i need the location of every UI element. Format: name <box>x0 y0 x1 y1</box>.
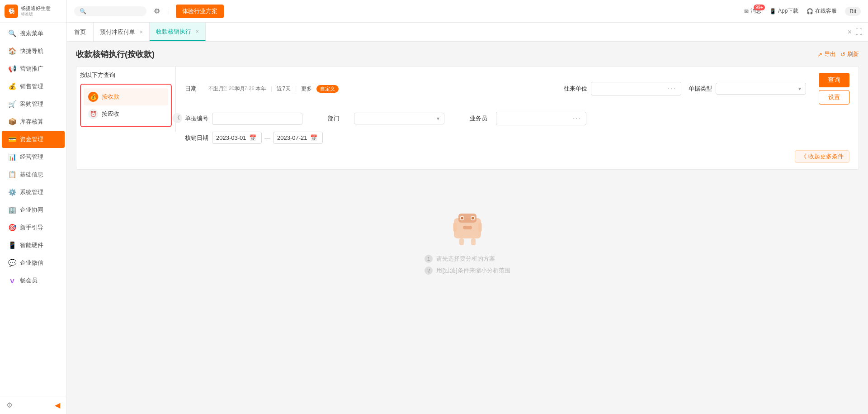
filter-option-by-receipt[interactable]: 💰 按收款 <box>84 88 168 105</box>
page-content: 收款核销执行(按收款) ↗ 导出 ↺ 刷新 按以下方查询 <box>67 42 868 414</box>
tip-2-num: 2 <box>425 266 433 275</box>
filter-more-row: 《 收起更多条件 <box>185 150 849 163</box>
tabbar-actions: × ⛶ <box>848 23 868 41</box>
system-icon: ⚙️ <box>8 188 16 196</box>
collapse-more-button[interactable]: 《 收起更多条件 <box>795 150 849 163</box>
counterparty-dots-icon: ··· <box>668 85 676 93</box>
sidebar-item-funds[interactable]: 💳 资金管理 <box>2 131 65 148</box>
bill-no-field: 单据编号 <box>185 113 302 125</box>
solution-button[interactable]: 体验行业方案 <box>176 5 224 18</box>
receivable-option-label: 按应收 <box>102 110 119 118</box>
employee-label: 业务员 <box>470 114 492 123</box>
tab-prepay-label: 预付冲应付单 <box>100 28 135 36</box>
bill-type-field: 单据类型 ▾ <box>689 83 806 95</box>
purchase-icon: 🛒 <box>8 100 16 108</box>
svg-point-4 <box>461 217 463 219</box>
sales-icon: 💰 <box>8 82 16 90</box>
sidebar-item-system-label: 系统管理 <box>20 188 43 196</box>
bill-type-chevron-icon: ▾ <box>798 86 801 92</box>
sidebar-item-enterprise[interactable]: 🏢 企业协同 <box>2 201 65 219</box>
marketing-icon: 📢 <box>8 65 16 73</box>
tab-home[interactable]: 首页 <box>67 23 94 41</box>
tab-receivable-label: 收款核销执行 <box>156 28 191 36</box>
date-last-7days-btn[interactable]: 近7天 <box>275 84 292 94</box>
sidebar-item-marketing[interactable]: 📢 营销推广 <box>2 60 65 77</box>
svg-point-5 <box>472 217 474 219</box>
message-button[interactable]: ✉ 消息 99+ <box>744 7 761 15</box>
tab-receivable-close-icon[interactable]: × <box>196 29 199 35</box>
sidebar-item-purchase-label: 采购管理 <box>20 100 43 108</box>
verify-date-label: 核销日期 <box>185 134 208 142</box>
refresh-label: 刷新 <box>847 50 859 58</box>
tip-2-text: 用[过滤]条件来缩小分析范围 <box>436 266 510 275</box>
sidebar-item-basic-label: 基础信息 <box>20 171 43 179</box>
dept-select[interactable]: ▾ <box>354 113 444 124</box>
empty-tip-2: 2 用[过滤]条件来缩小分析范围 <box>425 266 510 275</box>
topbar-divider: | <box>167 8 169 14</box>
sidebar-item-system[interactable]: ⚙️ 系统管理 <box>2 184 65 201</box>
setting-button[interactable]: 设置 <box>819 90 849 105</box>
calendar-start-icon: 📅 <box>249 134 256 141</box>
tip-1-text: 请先选择要分析的方案 <box>436 255 495 263</box>
expand-tab-icon[interactable]: ⛶ <box>855 28 863 36</box>
verify-date-group: 2023-03-01 📅 — 2023-07-21 📅 <box>212 132 323 144</box>
calendar-end-icon: 📅 <box>310 134 317 141</box>
date-this-year-btn[interactable]: 本年 <box>254 84 268 94</box>
verify-date-end-input[interactable]: 2023-07-21 📅 <box>273 132 323 144</box>
tab-receivable[interactable]: 收款核销执行 × <box>150 23 206 41</box>
sidebar-item-operation[interactable]: 📊 经营管理 <box>2 148 65 166</box>
empty-state: 1 请先选择要分析的方案 2 用[过滤]条件来缩小分析范围 <box>76 175 859 293</box>
filter-row-3: 核销日期 2023-03-01 📅 — 2023-07-21 📅 <box>185 132 849 144</box>
sidebar-item-wechat[interactable]: 💬 企业微信 <box>2 254 65 271</box>
collapse-filter-left-icon[interactable]: 《 <box>172 113 182 123</box>
filter-left-title: 按以下方查询 <box>80 71 172 79</box>
bill-type-select[interactable]: ▾ <box>716 83 806 95</box>
export-button[interactable]: ↗ 导出 <box>817 50 836 58</box>
verify-date-start-input[interactable]: 2023-03-01 📅 <box>212 132 262 144</box>
sidebar-item-guide[interactable]: 🎯 新手引导 <box>2 219 65 236</box>
topbar-gear-icon[interactable]: ⚙ <box>154 7 160 15</box>
employee-select[interactable]: ··· <box>496 112 586 125</box>
bill-no-input[interactable] <box>212 113 302 125</box>
logo-app-name: 畅捷通好生意 <box>21 5 51 11</box>
sidebar-item-hardware[interactable]: 📱 智能硬件 <box>2 237 65 254</box>
settings-icon[interactable]: ⚙ <box>6 401 13 409</box>
refresh-button[interactable]: ↺ 刷新 <box>840 50 859 58</box>
filter-option-by-receivable[interactable]: ⏰ 按应收 <box>84 105 168 123</box>
tip-1-num: 1 <box>425 255 433 263</box>
page-title: 收款核销执行(按收款) <box>76 49 155 60</box>
sidebar-item-search[interactable]: 🔍 搜索菜单 <box>2 25 65 42</box>
page-title-bar: 收款核销执行(按收款) ↗ 导出 ↺ 刷新 <box>76 49 859 60</box>
sidebar-item-sales[interactable]: 💰 销售管理 <box>2 78 65 95</box>
app-download-button[interactable]: 📱 App下载 <box>769 7 798 15</box>
sidebar-item-purchase[interactable]: 🛒 采购管理 <box>2 95 65 113</box>
tab-prepay[interactable]: 预付冲应付单 × <box>94 23 150 41</box>
service-icon: 🎧 <box>807 8 813 14</box>
sidebar-item-quick[interactable]: 🏠 快捷导航 <box>2 43 65 60</box>
empty-state-icon <box>445 202 490 247</box>
message-badge: 99+ <box>754 5 765 10</box>
query-button[interactable]: 查询 <box>819 73 849 87</box>
close-tab-icon[interactable]: × <box>848 28 852 36</box>
sidebar-item-member[interactable]: V 畅会员 <box>2 272 65 289</box>
tab-home-label: 首页 <box>74 28 86 36</box>
svg-rect-10 <box>471 238 476 245</box>
receipt-option-icon: 💰 <box>88 92 98 102</box>
bill-type-label: 单据类型 <box>689 85 712 93</box>
service-label: 在线客服 <box>815 7 837 15</box>
online-service-button[interactable]: 🎧 在线客服 <box>807 7 837 15</box>
collapse-sidebar-icon[interactable]: ◀︎ <box>55 401 60 409</box>
tab-prepay-close-icon[interactable]: × <box>140 29 143 35</box>
sidebar-item-basic[interactable]: 📋 基础信息 <box>2 166 65 183</box>
basic-icon: 📋 <box>8 171 16 179</box>
sidebar-footer: ⚙ ◀︎ <box>0 396 66 414</box>
topbar-search[interactable]: 🔍 <box>74 6 146 16</box>
date-label: 日期 <box>185 85 208 93</box>
counterparty-select[interactable]: ··· <box>591 82 681 95</box>
user-profile-button[interactable]: Rit <box>845 7 861 16</box>
verify-date-field: 核销日期 2023-03-01 📅 — 2023-07-21 📅 <box>185 132 323 144</box>
date-more-btn[interactable]: 更多 <box>299 84 314 94</box>
date-field: 日期 上月 | 本月 | 本年 | 近7天 | 更多 自定义 <box>185 84 339 94</box>
employee-dots-icon: ··· <box>573 114 581 123</box>
sidebar-item-inventory[interactable]: 📦 库存核算 <box>2 113 65 130</box>
